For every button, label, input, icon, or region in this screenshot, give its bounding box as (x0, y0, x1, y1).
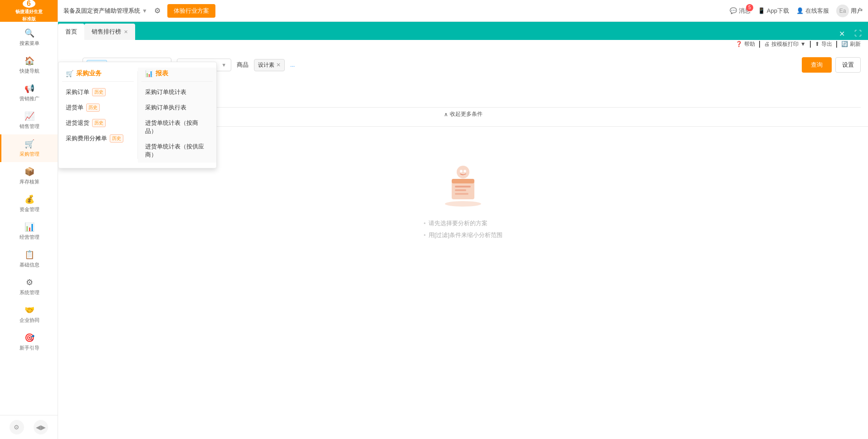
business-icon: 🛒 (66, 70, 73, 77)
topbar-title-dropdown[interactable]: 装备及固定资产辅助管理系统 ▼ (63, 7, 147, 15)
service-icon: 👤 (796, 7, 804, 14)
industry-btn[interactable]: 体验行业方案 (167, 4, 215, 18)
dropdown-item-goods-return[interactable]: 进货退货 历史 (62, 115, 134, 131)
sidebar-item-enterprise[interactable]: 🤝 企业协同 (0, 301, 58, 328)
tab-expand-btn[interactable]: ⛶ (852, 27, 864, 40)
online-service-label: 在线客服 (805, 7, 829, 15)
tab-sales-ranking-label: 销售排行榜 (92, 28, 121, 36)
sidebar-item-system[interactable]: ⚙ 系统管理 (0, 273, 58, 301)
dropdown-item-goods-in[interactable]: 进货单 历史 (62, 100, 134, 115)
dropdown-item-label: 进货单统计表（按供应商） (145, 143, 210, 159)
dropdown-item-purchase-expense[interactable]: 采购费用分摊单 历史 (62, 131, 134, 146)
goods-tag-remove[interactable]: ✕ (276, 62, 281, 68)
report-icon: 📊 (145, 70, 153, 77)
dropdown-item-report-1[interactable]: 采购订单统计表 (141, 84, 213, 100)
sales-icon: 📈 (24, 111, 34, 121)
empty-tips: 请先选择要分析的方案 用[过滤]条件来缩小分析范围 (424, 217, 502, 241)
sidebar-logo: 6 畅捷通好生意 标准版 (0, 0, 58, 22)
dropdown-item-label: 采购订单执行表 (145, 104, 186, 112)
sidebar-item-label: 新手引导 (20, 345, 39, 351)
message-icon: 💬 (730, 7, 737, 14)
svg-rect-5 (455, 193, 468, 195)
refresh-label: 刷新 (850, 40, 861, 48)
inventory-icon: 📦 (24, 167, 34, 177)
avatar: Ea (836, 5, 849, 17)
set-btn[interactable]: 设置 (835, 57, 861, 73)
online-service-btn[interactable]: 👤 在线客服 (796, 7, 829, 15)
sidebar-bottom: ⚙ ◀▶ (0, 415, 58, 439)
topbar-gear-btn[interactable]: ⚙ (151, 5, 164, 17)
tab-sales-ranking[interactable]: 销售排行榜 ✕ (84, 24, 135, 40)
sidebar-item-label: 库存核算 (20, 178, 39, 185)
tab-close-all-btn[interactable]: ✕ (835, 27, 848, 40)
dropdown-item-report-4[interactable]: 进货单统计表（按供应商） (141, 139, 213, 163)
dropdown-business-col: 🛒 采购业务 采购订单 历史 进货单 历史 进货退货 历史 采购费用分摊单 (59, 68, 137, 163)
sidebar-item-label: 销售管理 (20, 123, 39, 130)
sidebar-item-search[interactable]: 🔍 搜索菜单 (0, 24, 58, 51)
sidebar-item-marketing[interactable]: 📢 营销推广 (0, 79, 58, 107)
empty-illustration (436, 163, 490, 208)
base-icon: 📋 (24, 250, 34, 260)
print-chevron-icon: ▼ (800, 41, 806, 47)
goods-more-btn[interactable]: ... (290, 62, 295, 68)
help-btn[interactable]: ❓ 帮助 (736, 40, 755, 48)
dropdown-item-label: 进货单 (66, 104, 83, 112)
sidebar-item-label: 企业协同 (20, 317, 39, 324)
history-badge: 历史 (86, 104, 100, 112)
collapse-label: 收起更多条件 (450, 110, 483, 118)
sidebar-item-label: 营销推广 (20, 95, 39, 102)
message-btn[interactable]: 💬 消息 5 (730, 7, 751, 15)
enterprise-icon: 🤝 (24, 305, 34, 315)
dropdown-item-report-3[interactable]: 进货单统计表（按商品） (141, 115, 213, 139)
user-menu[interactable]: Ea 用户 (836, 5, 863, 17)
dropdown-item-purchase-order[interactable]: 采购订单 历史 (62, 84, 134, 100)
message-badge: 5 (746, 4, 753, 11)
filter-toolbar: ❓ 帮助 | 🖨 按模板打印 ▼ | ⬆ 导出 | 🔄 刷新 (58, 40, 868, 52)
goods-tag: 设计素 ✕ (254, 59, 285, 71)
query-btn[interactable]: 查询 (802, 57, 832, 73)
marketing-icon: 📢 (24, 84, 34, 94)
refresh-icon: 🔄 (841, 41, 848, 47)
svg-point-7 (460, 170, 463, 173)
sidebar-item-label: 系统管理 (20, 289, 39, 296)
system-icon: ⚙ (26, 277, 33, 287)
tab-close-icon[interactable]: ✕ (124, 29, 128, 35)
tab-bar-right: ✕ ⛶ (835, 27, 868, 40)
sidebar-item-inventory[interactable]: 📦 库存核算 (0, 162, 58, 190)
print-btn[interactable]: 🖨 按模板打印 ▼ (764, 40, 806, 48)
history-badge: 历史 (92, 119, 106, 127)
purchase-icon: 🛒 (24, 139, 34, 149)
sidebar-item-finance[interactable]: 💰 资金管理 (0, 190, 58, 217)
export-icon: ⬆ (815, 41, 819, 47)
sidebar-item-nav[interactable]: 🏠 快捷导航 (0, 51, 58, 79)
topbar-title-text: 装备及固定资产辅助管理系统 (63, 7, 140, 15)
separator: | (759, 40, 761, 48)
guide-icon: 🎯 (24, 333, 34, 343)
user-name: 用户 (851, 7, 863, 15)
sidebar-item-guide[interactable]: 🎯 新手引导 (0, 328, 58, 356)
tab-home-label: 首页 (65, 28, 77, 36)
export-label: 导出 (821, 40, 832, 48)
refresh-btn[interactable]: 🔄 刷新 (841, 40, 861, 48)
dropdown-business-title: 🛒 采购业务 (62, 68, 134, 82)
business-title-text: 采购业务 (76, 69, 102, 78)
sidebar-item-base[interactable]: 📋 基础信息 (0, 245, 58, 273)
main-area: 装备及固定资产辅助管理系统 ▼ ⚙ 体验行业方案 💬 消息 5 📱 App下载 … (58, 0, 868, 439)
app-download-btn[interactable]: 📱 App下载 (758, 7, 789, 15)
finance-icon: 💰 (24, 194, 34, 204)
dropdown-item-label: 进货单统计表（按商品） (145, 119, 210, 135)
logo-subtitle: 标准版 (22, 16, 36, 22)
sidebar-item-label: 采购管理 (20, 151, 39, 158)
sidebar-item-operations[interactable]: 📊 经营管理 (0, 217, 58, 245)
svg-point-8 (463, 170, 466, 173)
empty-tip-2: 用[过滤]条件来缩小分析范围 (424, 229, 502, 241)
sidebar-collapse-btn[interactable]: ◀▶ (34, 420, 48, 434)
print-label: 按模板打印 (771, 40, 799, 48)
export-btn[interactable]: ⬆ 导出 (815, 40, 832, 48)
dropdown-item-report-2[interactable]: 采购订单执行表 (141, 100, 213, 115)
sidebar-settings-btn[interactable]: ⚙ (10, 420, 24, 434)
dropdown-item-label: 采购订单 (66, 88, 89, 96)
sidebar-item-sales[interactable]: 📈 销售管理 (0, 107, 58, 134)
tab-home[interactable]: 首页 (58, 24, 84, 40)
sidebar-item-purchase[interactable]: 🛒 采购管理 (0, 134, 58, 162)
